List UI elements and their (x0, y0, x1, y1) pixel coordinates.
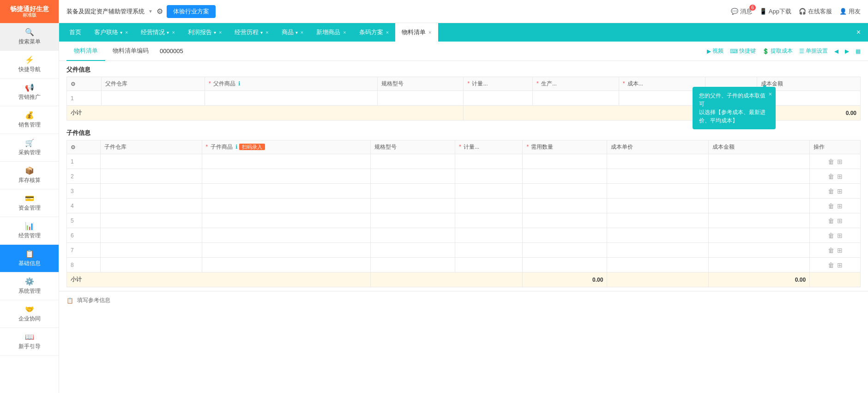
cost-action[interactable]: 💲 提取成本 (762, 47, 793, 55)
sidebar-item-operation[interactable]: 📊 经营管理 (0, 217, 59, 245)
child-row-unit[interactable] (455, 154, 523, 169)
delete-icon[interactable]: 🗑 (828, 202, 834, 210)
delete-icon[interactable]: 🗑 (828, 158, 834, 165)
child-row-qty[interactable] (523, 169, 607, 184)
child-row-amount[interactable] (708, 228, 809, 243)
child-row-qty[interactable] (523, 258, 607, 272)
system-dropdown-arrow[interactable]: ▼ (148, 9, 153, 14)
sidebar-item-inventory[interactable]: 📦 库存核算 (0, 162, 59, 189)
parent-row-1-spec[interactable] (377, 91, 464, 106)
child-row-unit-cost[interactable] (607, 199, 708, 213)
sidebar-item-guide[interactable]: 📖 新手引导 (0, 328, 59, 356)
delete-icon[interactable]: 🗑 (828, 217, 834, 224)
sidebar-item-collab[interactable]: 🤝 企业协同 (0, 300, 59, 328)
child-row-unit[interactable] (455, 169, 523, 184)
sidebar-item-search[interactable]: 🔍 搜索菜单 (0, 23, 59, 51)
copy-icon[interactable]: ⊞ (837, 158, 843, 165)
gear-settings-icon[interactable]: ⚙ (157, 7, 163, 16)
child-row-qty[interactable] (523, 213, 607, 228)
delete-icon[interactable]: 🗑 (828, 261, 834, 269)
child-row-amount[interactable] (708, 199, 809, 213)
nav-close-all-button[interactable]: × (853, 28, 864, 36)
child-row-unit-cost[interactable] (607, 154, 708, 169)
child-row-spec[interactable] (371, 184, 455, 199)
tab-profit[interactable]: 利润报告 ▾ × (181, 23, 228, 42)
child-row-warehouse[interactable] (101, 213, 202, 228)
child-row-warehouse[interactable] (101, 154, 202, 169)
child-row-qty[interactable] (523, 184, 607, 199)
copy-icon[interactable]: ⊞ (837, 202, 843, 210)
child-row-unit[interactable] (455, 228, 523, 243)
parent-row-1-warehouse[interactable] (101, 91, 205, 106)
child-row-amount[interactable] (708, 169, 809, 184)
tab-material-close[interactable]: × (428, 30, 431, 35)
child-row-warehouse[interactable] (101, 228, 202, 243)
tab-goods[interactable]: 商品 ▾ × (275, 23, 310, 42)
child-row-spec[interactable] (371, 213, 455, 228)
child-row-unit-cost[interactable] (607, 228, 708, 243)
child-row-spec[interactable] (371, 228, 455, 243)
child-row-warehouse[interactable] (101, 169, 202, 184)
child-row-spec[interactable] (371, 243, 455, 258)
child-row-amount[interactable] (708, 258, 809, 272)
tab-barcode-close[interactable]: × (386, 30, 389, 35)
child-row-qty[interactable] (523, 243, 607, 258)
copy-icon[interactable]: ⊞ (837, 217, 843, 224)
child-row-warehouse[interactable] (101, 243, 202, 258)
tab-goods-close[interactable]: × (301, 30, 303, 35)
sidebar-item-sales[interactable]: 💰 销售管理 (0, 106, 59, 134)
copy-icon[interactable]: ⊞ (837, 173, 843, 180)
child-row-warehouse[interactable] (101, 199, 202, 213)
sidebar-item-marketing[interactable]: 📢 营销推广 (0, 79, 59, 106)
settings-action[interactable]: ☰ 单据设置 (799, 47, 828, 55)
tab-material[interactable]: 物料清单 × (395, 23, 438, 42)
sub-tab-code[interactable]: 物料清单编码 (105, 42, 156, 61)
child-row-amount[interactable] (708, 213, 809, 228)
tab-operation[interactable]: 经营情况 ▾ × (134, 23, 181, 42)
next-button[interactable]: ▶ (845, 48, 849, 54)
child-row-goods[interactable] (202, 154, 371, 169)
parent-row-1-production[interactable] (532, 91, 619, 106)
child-row-qty[interactable] (523, 228, 607, 243)
child-row-unit[interactable] (455, 184, 523, 199)
tab-customer-close[interactable]: × (125, 30, 128, 35)
tab-history[interactable]: 经营历程 ▾ × (228, 23, 275, 42)
sidebar-item-finance[interactable]: 💳 资金管理 (0, 189, 59, 217)
video-action[interactable]: ▶ 视频 (707, 47, 723, 55)
copy-icon[interactable]: ⊞ (837, 187, 843, 195)
child-row-unit[interactable] (455, 243, 523, 258)
child-row-qty[interactable] (523, 154, 607, 169)
child-col-settings[interactable]: ⚙ (67, 140, 101, 154)
delete-icon[interactable]: 🗑 (828, 232, 834, 239)
child-row-goods[interactable] (202, 169, 371, 184)
copy-icon[interactable]: ⊞ (837, 247, 843, 254)
tab-profit-close[interactable]: × (219, 30, 222, 35)
child-row-amount[interactable] (708, 154, 809, 169)
child-row-unit-cost[interactable] (607, 169, 708, 184)
tab-newgoods-close[interactable]: × (343, 30, 346, 35)
child-row-goods[interactable] (202, 199, 371, 213)
delete-icon[interactable]: 🗑 (828, 247, 834, 254)
delete-icon[interactable]: 🗑 (828, 187, 834, 195)
child-row-spec[interactable] (371, 154, 455, 169)
child-row-unit-cost[interactable] (607, 243, 708, 258)
child-row-spec[interactable] (371, 258, 455, 272)
tab-newgoods[interactable]: 新增商品 × (310, 23, 352, 42)
scan-badge[interactable]: 扫码录入 (239, 144, 265, 150)
child-row-unit-cost[interactable] (607, 258, 708, 272)
child-row-goods[interactable] (202, 258, 371, 272)
shortcut-action[interactable]: ⌨ 快捷键 (730, 47, 756, 55)
tab-home[interactable]: 首页 (63, 23, 88, 42)
parent-row-1-unit[interactable] (464, 91, 532, 106)
child-row-goods[interactable] (202, 184, 371, 199)
copy-icon[interactable]: ⊞ (837, 232, 843, 239)
tab-history-close[interactable]: × (265, 30, 268, 35)
child-row-spec[interactable] (371, 169, 455, 184)
prev-button[interactable]: ◀ (834, 48, 838, 54)
tooltip-close-button[interactable]: × (768, 90, 772, 99)
child-row-amount[interactable] (708, 243, 809, 258)
trial-button[interactable]: 体验行业方案 (167, 5, 216, 18)
grid-view-button[interactable]: ▦ (856, 48, 861, 54)
sidebar-item-basic[interactable]: 📋 基础信息 (0, 245, 59, 272)
sidebar-item-purchase[interactable]: 🛒 采购管理 (0, 134, 59, 162)
